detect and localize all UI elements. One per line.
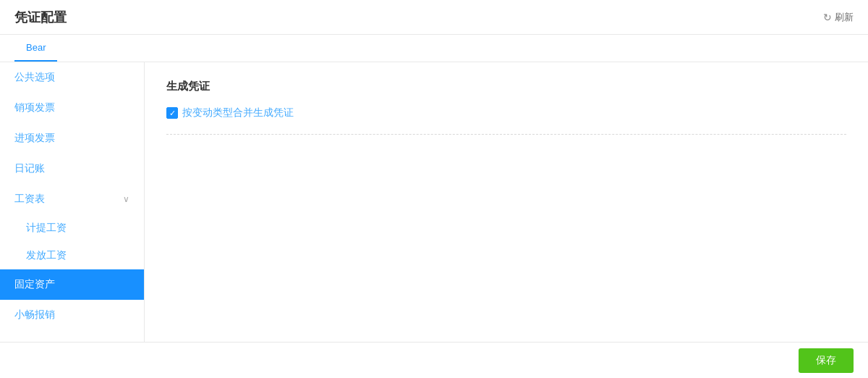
sidebar-item-label: 计提工资 xyxy=(26,222,67,235)
refresh-label: 刷新 xyxy=(835,11,854,24)
sidebar-item-label: 小畅报销 xyxy=(14,308,55,322)
refresh-button[interactable]: ↻ 刷新 xyxy=(823,11,854,24)
sidebar-item-journal[interactable]: 日记账 xyxy=(0,154,144,184)
sidebar-item-calc-payroll[interactable]: 计提工资 xyxy=(0,214,144,242)
sidebar-item-label: 公共选项 xyxy=(14,71,55,84)
checkbox-checked-icon xyxy=(166,107,178,119)
merge-by-type-checkbox[interactable]: 按变动类型合并生成凭证 xyxy=(166,106,294,119)
sidebar: 公共选项 销项发票 进项发票 日记账 工资表 ∨ 计提工资 发放工资 固定资 xyxy=(0,62,145,342)
page-header: 凭证配置 ↻ 刷新 xyxy=(0,0,868,35)
sidebar-item-fixed-assets[interactable]: 固定资产 xyxy=(0,269,144,300)
main-area: 公共选项 销项发票 进项发票 日记账 工资表 ∨ 计提工资 发放工资 固定资 xyxy=(0,62,868,342)
chevron-down-icon: ∨ xyxy=(123,194,129,204)
tab-bear[interactable]: Bear xyxy=(14,35,57,62)
refresh-icon: ↻ xyxy=(823,12,832,23)
checkbox-label: 按变动类型合并生成凭证 xyxy=(182,106,294,119)
sidebar-item-label: 日记账 xyxy=(14,162,45,175)
section-title: 生成凭证 xyxy=(166,80,846,93)
main-content: 生成凭证 按变动类型合并生成凭证 xyxy=(145,62,868,342)
sidebar-item-payroll[interactable]: 工资表 ∨ xyxy=(0,184,144,214)
sidebar-item-pay-payroll[interactable]: 发放工资 xyxy=(0,242,144,269)
sidebar-item-public-options[interactable]: 公共选项 xyxy=(0,62,144,93)
sidebar-item-label: 固定资产 xyxy=(14,278,55,291)
sidebar-item-purchase-invoice[interactable]: 进项发票 xyxy=(0,123,144,154)
sidebar-item-label: 销项发票 xyxy=(14,101,55,114)
page-title: 凭证配置 xyxy=(14,9,67,26)
checkbox-row: 按变动类型合并生成凭证 xyxy=(166,106,846,119)
sidebar-item-sales-invoice[interactable]: 销项发票 xyxy=(0,93,144,123)
top-tab-bar: Bear xyxy=(0,35,868,62)
sidebar-item-label: 进项发票 xyxy=(14,132,55,145)
sidebar-item-expense-report[interactable]: 小畅报销 xyxy=(0,300,144,330)
save-button[interactable]: 保存 xyxy=(799,348,854,373)
section-divider xyxy=(166,134,846,135)
sidebar-item-label: 发放工资 xyxy=(26,249,67,262)
sidebar-item-label: 工资表 xyxy=(14,193,45,206)
page-footer: 保存 xyxy=(0,342,868,378)
